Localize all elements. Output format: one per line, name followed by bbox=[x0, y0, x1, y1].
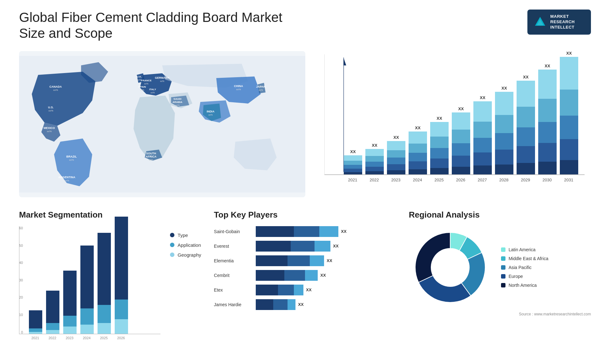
bar-segment bbox=[495, 133, 513, 150]
svg-text:ARGENTINA: ARGENTINA bbox=[58, 176, 75, 179]
players-title: Top Key Players bbox=[214, 210, 396, 220]
player-bar bbox=[256, 285, 303, 295]
seg-bar-segment bbox=[80, 325, 94, 334]
svg-text:xx%: xx% bbox=[175, 104, 180, 106]
bar-chart-wrapper: XXXXXXXXXXXXXXXXXXXXXX 20212022202320242… bbox=[324, 54, 585, 181]
reg-legend-dot bbox=[501, 256, 505, 261]
regional-title: Regional Analysis bbox=[409, 210, 591, 220]
player-name: Cembrit bbox=[214, 273, 252, 278]
player-bar-seg3 bbox=[319, 226, 338, 237]
player-bar-seg2 bbox=[278, 285, 294, 295]
bar-segment bbox=[409, 153, 427, 161]
bar-segment bbox=[517, 81, 535, 107]
seg-bar-segment bbox=[46, 323, 59, 330]
reg-legend-item: Asia Pacific bbox=[501, 265, 548, 270]
seg-bars-row bbox=[19, 226, 160, 334]
legend-label: Type bbox=[178, 233, 188, 238]
page-container: Global Fiber Cement Cladding Board Marke… bbox=[0, 0, 610, 364]
bar-value: XX bbox=[372, 143, 377, 148]
reg-legend-label: Middle East & Africa bbox=[509, 256, 548, 261]
seg-bar-segment bbox=[98, 233, 111, 305]
player-bar-wrap: XX bbox=[256, 226, 396, 237]
bar-segment bbox=[538, 122, 557, 143]
bar-value: XX bbox=[480, 95, 485, 100]
bar-value: XX bbox=[437, 116, 442, 121]
top-section: CANADA xx% U.S. xx% MEXICO xx% BRAZIL xx… bbox=[19, 51, 591, 197]
bar-segment bbox=[473, 122, 492, 138]
logo-text: MARKET RESEARCH INTELLECT bbox=[550, 14, 575, 30]
svg-text:U.K.: U.K. bbox=[137, 75, 142, 78]
svg-text:ITALY: ITALY bbox=[149, 88, 156, 91]
bar-x-label: 2022 bbox=[365, 178, 383, 182]
header: Global Fiber Cement Cladding Board Marke… bbox=[19, 10, 591, 42]
player-bar-seg2 bbox=[291, 241, 315, 252]
bar-segment bbox=[452, 143, 470, 156]
bar-segment bbox=[517, 127, 535, 146]
bar-group: XX bbox=[365, 143, 384, 174]
player-bar-wrap: XX bbox=[256, 270, 396, 281]
svg-text:JAPAN: JAPAN bbox=[256, 85, 266, 88]
bar-group: XX bbox=[560, 51, 578, 174]
donut-segment bbox=[415, 233, 450, 282]
reg-legend-label: Latin America bbox=[509, 247, 536, 252]
reg-legend-item: Europe bbox=[501, 274, 548, 279]
bar-segment bbox=[365, 171, 384, 174]
legend-dot bbox=[170, 253, 174, 257]
logo-area: MARKET RESEARCH INTELLECT bbox=[527, 10, 591, 35]
world-map-svg: CANADA xx% U.S. xx% MEXICO xx% BRAZIL xx… bbox=[19, 51, 305, 197]
player-bar-value: XX bbox=[327, 258, 332, 263]
svg-text:xx%: xx% bbox=[140, 89, 144, 91]
seg-x-labels: 202120222023202420252026 bbox=[19, 336, 160, 340]
bar-segment bbox=[538, 162, 557, 174]
bar-segment bbox=[452, 167, 470, 174]
bar-segment bbox=[430, 158, 449, 168]
y-axis bbox=[325, 54, 326, 175]
legend-dot bbox=[170, 243, 174, 247]
seg-bar-segment bbox=[29, 332, 42, 334]
bar-segment bbox=[495, 92, 513, 115]
bar-segment bbox=[409, 161, 427, 169]
seg-bar-chart: 0 10 20 30 40 50 60 20212022202320242025… bbox=[19, 226, 160, 347]
seg-legend-item: Application bbox=[170, 242, 201, 248]
seg-bar-group bbox=[98, 233, 111, 334]
player-bar-seg1 bbox=[256, 241, 291, 252]
seg-x-label: 2026 bbox=[114, 336, 128, 340]
bar-x-label: 2030 bbox=[538, 178, 556, 182]
bar-segment bbox=[387, 170, 405, 174]
player-bar-seg1 bbox=[256, 299, 273, 310]
player-bar bbox=[256, 241, 330, 252]
player-bar-seg2 bbox=[284, 270, 305, 281]
seg-bar-segment bbox=[115, 319, 128, 334]
bar-segment bbox=[409, 169, 427, 174]
player-bar-wrap: XX bbox=[256, 285, 396, 295]
bar-segment bbox=[560, 160, 578, 174]
seg-x-label: 2024 bbox=[80, 336, 93, 340]
segmentation-panel: Market Segmentation 0 10 20 30 40 50 60 bbox=[19, 210, 201, 364]
bar-segment bbox=[365, 149, 384, 156]
seg-bar-segment bbox=[80, 246, 94, 308]
bar-value: XX bbox=[523, 75, 528, 79]
player-bar-seg2 bbox=[294, 226, 319, 237]
seg-legend-item: Geography bbox=[170, 252, 201, 258]
svg-text:GERMANY: GERMANY bbox=[155, 76, 169, 79]
bar-segment bbox=[560, 57, 578, 90]
bar-segment bbox=[560, 116, 578, 139]
seg-bar-segment bbox=[29, 310, 42, 328]
bar-group: XX bbox=[452, 106, 470, 174]
bar-segment bbox=[409, 144, 427, 153]
segmentation-title: Market Segmentation bbox=[19, 210, 201, 220]
svg-text:U.S.: U.S. bbox=[48, 106, 54, 109]
bar-segment bbox=[344, 155, 362, 161]
donut-chart-svg bbox=[409, 226, 491, 309]
svg-text:CHINA: CHINA bbox=[234, 84, 243, 88]
bar-segment bbox=[560, 139, 578, 160]
reg-legend-item: Latin America bbox=[501, 247, 548, 252]
reg-legend-dot bbox=[501, 283, 505, 287]
bar-segment bbox=[387, 158, 405, 164]
bar-segment bbox=[344, 165, 362, 169]
svg-text:xx%: xx% bbox=[259, 89, 263, 91]
bar-x-label: 2029 bbox=[516, 178, 535, 182]
bar-segment bbox=[344, 161, 362, 165]
seg-bar-segment bbox=[63, 316, 77, 327]
svg-text:xx%: xx% bbox=[53, 89, 58, 91]
